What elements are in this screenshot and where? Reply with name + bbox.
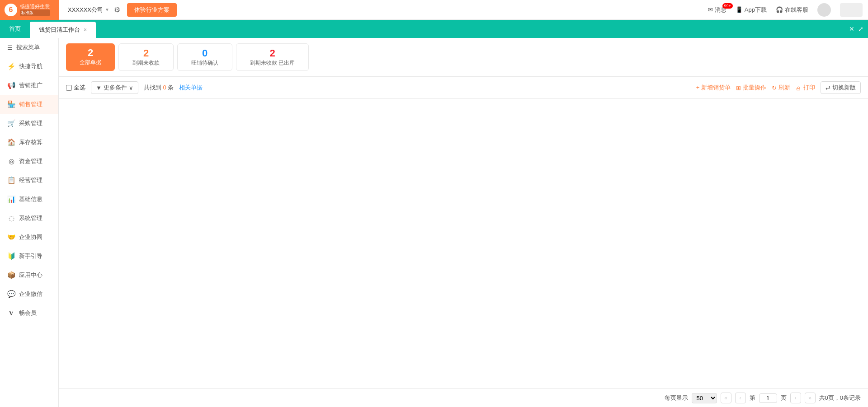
app-download-item[interactable]: 📱 App下载	[736, 6, 767, 14]
weixin-label: 企业微信	[19, 290, 42, 298]
inventory-label: 库存核算	[19, 138, 42, 146]
filter-icon: ▼	[96, 84, 102, 91]
sidebar-item-newbie[interactable]: 🔰 新手引导	[0, 247, 58, 266]
sidebar-item-operations[interactable]: 📋 经营管理	[0, 171, 58, 190]
sidebar-item-enterprise[interactable]: 🤝 企业协同	[0, 228, 58, 247]
top-right-area: ✉ 消息 99+ 📱 App下载 🎧 在线客服	[708, 3, 863, 17]
window-max-btn[interactable]: ⤢	[858, 25, 863, 33]
refresh-button[interactable]: ↻ 刷新	[772, 84, 790, 92]
sidebar-search[interactable]: ☰ 搜索菜单	[0, 38, 58, 57]
last-page-button[interactable]: »	[805, 393, 816, 403]
batch-operations-button[interactable]: ⊞ 批量操作	[736, 84, 766, 92]
quick-nav-icon: ⚡	[7, 62, 15, 70]
card-overdue-out-number: 2	[270, 47, 275, 59]
sidebar: ☰ 搜索菜单 ⚡ 快捷导航 📢 营销推广 🏪 销售管理 🛒 采购管理 🏠 库存核…	[0, 38, 59, 407]
logo-text-area: 畅捷通好生意 标准版	[20, 3, 50, 16]
sidebar-item-member[interactable]: V 畅会员	[0, 304, 58, 323]
member-icon: V	[7, 309, 15, 317]
card-overdue-number: 2	[143, 47, 149, 59]
print-label: 打印	[803, 84, 815, 92]
system-icon: ◌	[7, 214, 15, 222]
sales-label: 销售管理	[19, 100, 42, 108]
sidebar-item-app-center[interactable]: 📦 应用中心	[0, 266, 58, 285]
nav-tab-actions: ✕ ⤢	[849, 25, 868, 33]
logo-name: 畅捷通好生意	[20, 3, 50, 9]
avatar[interactable]	[817, 3, 831, 17]
found-count: 0	[163, 84, 166, 91]
sidebar-item-quick-nav[interactable]: ⚡ 快捷导航	[0, 57, 58, 76]
base-info-icon: 📊	[7, 195, 15, 203]
window-close-btn[interactable]: ✕	[849, 25, 854, 33]
select-all-input[interactable]	[66, 85, 72, 91]
select-all-checkbox[interactable]: 全选	[66, 84, 85, 92]
newbie-label: 新手引导	[19, 252, 42, 260]
table-area	[59, 99, 868, 388]
marketing-icon: 📢	[7, 81, 15, 89]
page-end-label: 页	[781, 394, 787, 402]
search-icon: ☰	[7, 44, 13, 51]
related-link[interactable]: 相关单据	[179, 84, 203, 92]
prev-page-button[interactable]: ‹	[735, 393, 746, 403]
select-all-label: 全选	[74, 84, 85, 92]
quick-nav-label: 快捷导航	[19, 62, 42, 70]
operations-icon: 📋	[7, 176, 15, 184]
sidebar-item-sales[interactable]: 🏪 销售管理	[0, 95, 58, 114]
card-all[interactable]: 2 全部单据	[66, 43, 115, 71]
refresh-label: 刷新	[778, 84, 790, 92]
card-all-label: 全部单据	[80, 59, 101, 66]
tab-home[interactable]: 首页	[0, 20, 30, 38]
finance-label: 资金管理	[19, 157, 42, 165]
tab-close-icon[interactable]: ×	[84, 27, 87, 33]
online-service-item[interactable]: 🎧 在线客服	[776, 6, 808, 14]
sidebar-item-finance[interactable]: ◎ 资金管理	[0, 152, 58, 171]
trial-button[interactable]: 体验行业方案	[127, 3, 177, 17]
nav-tabs: 首页 钱货日清工作台 × ✕ ⤢	[0, 20, 868, 38]
add-sales-order-button[interactable]: + 新增销货单	[696, 84, 731, 92]
summary-cards: 2 全部单据 2 到期未收款 0 旺铺待确认 2 到期未收款 已出库	[59, 38, 868, 77]
weixin-icon: 💬	[7, 290, 15, 298]
sidebar-item-weixin[interactable]: 💬 企业微信	[0, 285, 58, 304]
page-label: 第	[750, 394, 755, 402]
print-icon: 🖨	[796, 84, 802, 91]
app-download-label: App下载	[745, 6, 767, 14]
base-info-label: 基础信息	[19, 195, 42, 203]
card-overdue[interactable]: 2 到期未收款	[118, 43, 174, 71]
message-icon: ✉	[708, 6, 713, 13]
headset-icon: 🎧	[776, 6, 783, 13]
card-overdue-out[interactable]: 2 到期未收款 已出库	[236, 43, 309, 71]
per-page-select[interactable]: 50 100 200	[692, 393, 717, 403]
content-area: 2 全部单据 2 到期未收款 0 旺铺待确认 2 到期未收款 已出库 全选	[59, 38, 868, 407]
sidebar-item-marketing[interactable]: 📢 营销推广	[0, 76, 58, 95]
member-label: 畅会员	[19, 309, 37, 317]
first-page-button[interactable]: «	[721, 393, 731, 403]
settings-icon[interactable]: ⚙	[114, 5, 120, 14]
company-name: XXXXXX公司	[68, 6, 103, 14]
switch-icon: ⇄	[826, 84, 830, 91]
inventory-icon: 🏠	[7, 138, 15, 146]
next-page-button[interactable]: ›	[790, 393, 801, 403]
company-selector[interactable]: XXXXXX公司 ▼	[68, 6, 109, 14]
card-overdue-out-label: 到期未收款 已出库	[250, 59, 295, 67]
toolbar: 全选 ▼ 更多条件 ∨ 共找到 0 条 相关单据 + 新增销货单 ⊞ 批量操作	[59, 77, 868, 99]
found-text: 共找到 0 条	[144, 84, 174, 92]
card-pending-label: 旺铺待确认	[191, 59, 218, 67]
print-button[interactable]: 🖨 打印	[796, 84, 815, 92]
card-pending-number: 0	[202, 47, 208, 59]
tab-active[interactable]: 钱货日清工作台 ×	[30, 22, 96, 38]
newbie-icon: 🔰	[7, 252, 15, 260]
switch-version-button[interactable]: ⇄ 切换新版	[821, 81, 861, 94]
filter-button[interactable]: ▼ 更多条件 ∨	[91, 81, 138, 94]
search-label: 搜索菜单	[16, 43, 40, 51]
message-item[interactable]: ✉ 消息 99+	[708, 6, 726, 14]
user-name-area[interactable]	[840, 3, 863, 17]
system-label: 系统管理	[19, 214, 42, 222]
sidebar-item-system[interactable]: ◌ 系统管理	[0, 209, 58, 228]
company-arrow: ▼	[105, 7, 109, 12]
page-number-input[interactable]	[759, 393, 777, 403]
sidebar-item-base-info[interactable]: 📊 基础信息	[0, 190, 58, 209]
card-pending[interactable]: 0 旺铺待确认	[177, 43, 232, 71]
sidebar-item-purchase[interactable]: 🛒 采购管理	[0, 114, 58, 133]
sales-icon: 🏪	[7, 100, 15, 108]
logo-icon: 6	[5, 4, 17, 16]
sidebar-item-inventory[interactable]: 🏠 库存核算	[0, 133, 58, 152]
